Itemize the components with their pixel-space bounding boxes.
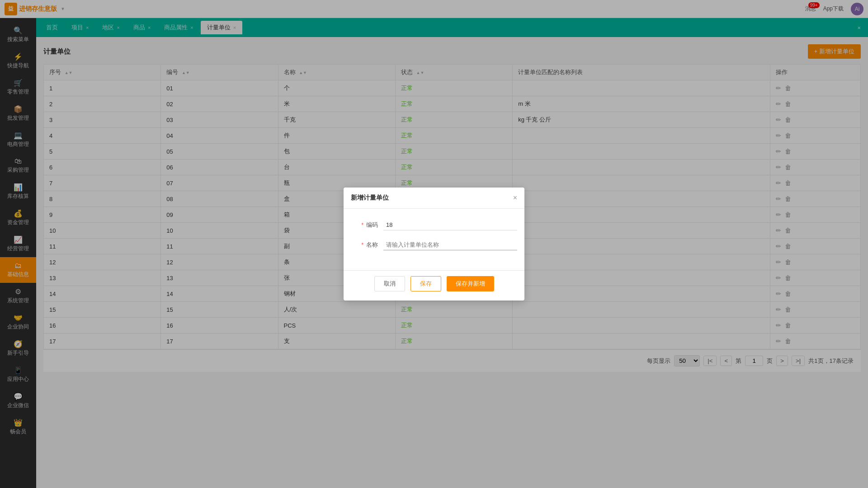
- modal-title: 新增计量单位: [351, 194, 389, 202]
- name-input[interactable]: [383, 239, 517, 250]
- save-button[interactable]: 保存: [410, 276, 441, 291]
- name-form-row: * 名称: [351, 239, 517, 250]
- modal-body: * 编码 * 名称: [344, 209, 524, 270]
- modal-footer: 取消 保存 保存并新增: [344, 270, 524, 300]
- code-input[interactable]: [383, 220, 517, 230]
- name-required-mark: *: [361, 241, 363, 248]
- cancel-button[interactable]: 取消: [374, 276, 405, 291]
- code-required-mark: *: [361, 221, 363, 228]
- code-form-row: * 编码: [351, 220, 517, 230]
- name-label: * 名称: [351, 241, 378, 249]
- modal-header: 新增计量单位 ×: [344, 188, 524, 209]
- code-label: * 编码: [351, 221, 378, 229]
- save-new-button[interactable]: 保存并新增: [447, 276, 494, 291]
- modal-close-button[interactable]: ×: [513, 194, 517, 202]
- code-label-text: 编码: [366, 221, 378, 228]
- name-label-text: 名称: [366, 241, 378, 248]
- modal-overlay: 新增计量单位 × * 编码 * 名称 取消 保存 保存并新增: [0, 0, 868, 488]
- add-unit-modal: 新增计量单位 × * 编码 * 名称 取消 保存 保存并新增: [344, 188, 524, 300]
